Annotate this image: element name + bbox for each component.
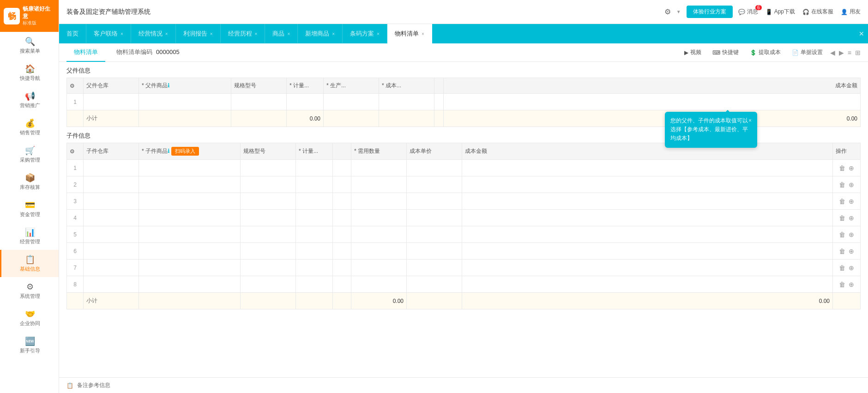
- child-row-7-needed[interactable]: [351, 260, 407, 276]
- view-btn[interactable]: ▶ 视频: [681, 47, 705, 58]
- app-download-btn[interactable]: 📱 App下载: [766, 8, 795, 16]
- child-row-2-goods[interactable]: [139, 176, 241, 193]
- child-row-2-unit-cost[interactable]: [407, 176, 462, 193]
- tab-history-close[interactable]: ×: [255, 31, 258, 36]
- parent-row-1-spec[interactable]: [231, 94, 287, 110]
- child-row-6-unit-cost[interactable]: [407, 243, 462, 260]
- child-row-1-goods[interactable]: [139, 160, 241, 176]
- child-row-1-spec[interactable]: [241, 160, 296, 176]
- child-row-4-delete-btn[interactable]: 🗑: [838, 213, 846, 223]
- child-row-6-warehouse[interactable]: [84, 243, 139, 260]
- child-row-4-copy-btn[interactable]: ⊕: [848, 213, 855, 223]
- sidebar-item-purchase[interactable]: 🛒 采购管理: [0, 141, 59, 168]
- child-row-2-delete-btn[interactable]: 🗑: [838, 180, 846, 189]
- child-row-7-copy-btn[interactable]: ⊕: [848, 263, 855, 272]
- child-row-5-unit[interactable]: [296, 226, 333, 243]
- child-row-4-spec[interactable]: [241, 210, 296, 226]
- tab-operations-close[interactable]: ×: [165, 31, 168, 36]
- child-row-2-warehouse[interactable]: [84, 176, 139, 193]
- online-service-btn[interactable]: 🎧 在线客服: [802, 8, 833, 16]
- child-row-6-delete-btn[interactable]: 🗑: [838, 247, 846, 256]
- extract-cost-btn[interactable]: 💲 提取成本: [746, 47, 784, 58]
- tab-operations[interactable]: 经营情况 ×: [131, 24, 176, 43]
- sidebar-item-operations[interactable]: 📊 经营管理: [0, 223, 59, 250]
- child-row-3-delete-btn[interactable]: 🗑: [838, 197, 846, 206]
- child-row-6-copy-btn[interactable]: ⊕: [848, 247, 855, 256]
- sidebar-item-finance[interactable]: 💳 资金管理: [0, 195, 59, 223]
- system-dropdown-arrow[interactable]: ▼: [676, 9, 681, 14]
- child-row-5-copy-btn[interactable]: ⊕: [848, 230, 855, 239]
- scan-input-btn[interactable]: 扫码录入: [171, 147, 199, 156]
- child-row-2-copy-btn[interactable]: ⊕: [848, 180, 855, 189]
- child-row-8-copy-btn[interactable]: ⊕: [848, 280, 855, 289]
- child-row-7-unit-cost[interactable]: [407, 260, 462, 276]
- child-row-5-needed[interactable]: [351, 226, 407, 243]
- nav-prev-arrow[interactable]: ◀: [830, 49, 835, 56]
- child-row-6-needed[interactable]: [351, 243, 407, 260]
- child-row-1-copy-btn[interactable]: ⊕: [848, 163, 855, 173]
- tab-home[interactable]: 首页: [59, 24, 86, 43]
- tab-barcode-close[interactable]: ×: [377, 31, 380, 36]
- parent-row-1-production[interactable]: [324, 94, 379, 110]
- sidebar-item-system[interactable]: ⚙ 系统管理: [0, 277, 59, 304]
- child-row-4-goods[interactable]: [139, 210, 241, 226]
- sub-tab-bom-list[interactable]: 物料清单: [66, 43, 105, 62]
- user-btn[interactable]: 👤 用友: [841, 8, 861, 16]
- child-row-3-spec[interactable]: [241, 193, 296, 210]
- child-row-8-goods[interactable]: [139, 276, 241, 293]
- child-row-2-spec[interactable]: [241, 176, 296, 193]
- experience-btn[interactable]: 体验行业方案: [687, 6, 733, 18]
- child-row-4-unit[interactable]: [296, 210, 333, 226]
- message-btn[interactable]: 💬 消息 6: [738, 8, 758, 16]
- child-row-3-unit-cost[interactable]: [407, 193, 462, 210]
- settings-icon[interactable]: ⚙: [664, 7, 671, 16]
- tab-bom-close[interactable]: ×: [422, 31, 424, 36]
- child-row-8-unit-cost[interactable]: [407, 276, 462, 293]
- tooltip-close-btn[interactable]: ×: [748, 116, 752, 125]
- child-row-1-delete-btn[interactable]: 🗑: [838, 163, 846, 173]
- tab-new-goods[interactable]: 新增商品 ×: [298, 24, 343, 43]
- child-row-5-delete-btn[interactable]: 🗑: [838, 230, 846, 239]
- parent-th-settings[interactable]: ⚙: [67, 78, 84, 94]
- sidebar-item-basic-info[interactable]: 📋 基础信息: [0, 250, 59, 277]
- nav-next-arrow[interactable]: ▶: [839, 49, 844, 56]
- child-row-7-spec[interactable]: [241, 260, 296, 276]
- tab-profit[interactable]: 利润报告 ×: [176, 24, 221, 43]
- tab-customers-close[interactable]: ×: [121, 31, 123, 36]
- child-row-3-warehouse[interactable]: [84, 193, 139, 210]
- child-row-1-needed[interactable]: [351, 160, 407, 176]
- child-row-3-unit[interactable]: [296, 193, 333, 210]
- parent-row-1-goods[interactable]: [139, 94, 231, 110]
- tab-bom[interactable]: 物料清单 ×: [387, 24, 432, 43]
- child-row-7-delete-btn[interactable]: 🗑: [838, 263, 846, 272]
- child-row-8-delete-btn[interactable]: 🗑: [838, 280, 846, 289]
- child-row-1-warehouse[interactable]: [84, 160, 139, 176]
- child-row-8-needed[interactable]: [351, 276, 407, 293]
- child-row-6-unit[interactable]: [296, 243, 333, 260]
- nav-menu-icon[interactable]: ≡: [848, 49, 851, 56]
- child-row-8-warehouse[interactable]: [84, 276, 139, 293]
- child-row-6-goods[interactable]: [139, 243, 241, 260]
- child-row-7-unit[interactable]: [296, 260, 333, 276]
- parent-row-1-unit[interactable]: [287, 94, 324, 110]
- child-row-5-warehouse[interactable]: [84, 226, 139, 243]
- nav-expand-icon[interactable]: ⊞: [855, 49, 861, 56]
- child-th-settings[interactable]: ⚙: [67, 143, 84, 160]
- tab-new-goods-close[interactable]: ×: [332, 31, 335, 36]
- child-row-6-spec[interactable]: [241, 243, 296, 260]
- child-row-2-needed[interactable]: [351, 176, 407, 193]
- tab-close-all[interactable]: ✕: [855, 30, 868, 37]
- tab-goods[interactable]: 商品 ×: [265, 24, 298, 43]
- tab-history[interactable]: 经营历程 ×: [221, 24, 265, 43]
- child-row-3-copy-btn[interactable]: ⊕: [848, 197, 855, 206]
- parent-row-1-warehouse[interactable]: [84, 94, 139, 110]
- sidebar-item-sales[interactable]: 💰 销售管理: [0, 114, 59, 141]
- sidebar-item-quick-nav[interactable]: 🏠 快捷导航: [0, 59, 59, 86]
- child-row-1-unit[interactable]: [296, 160, 333, 176]
- tab-barcode[interactable]: 条码方案 ×: [343, 24, 387, 43]
- child-row-8-unit[interactable]: [296, 276, 333, 293]
- child-row-5-spec[interactable]: [241, 226, 296, 243]
- sidebar-item-marketing[interactable]: 📢 营销推广: [0, 86, 59, 114]
- tab-goods-close[interactable]: ×: [287, 31, 290, 36]
- child-row-3-needed[interactable]: [351, 193, 407, 210]
